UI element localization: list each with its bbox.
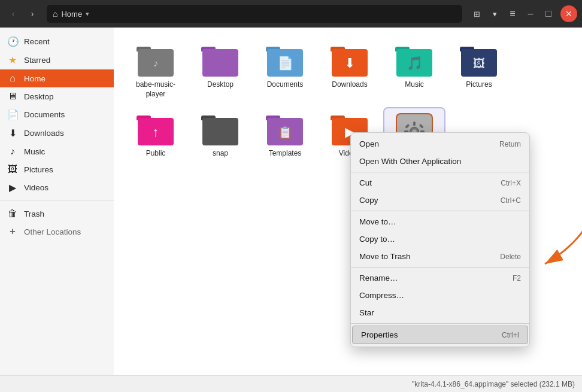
svg-rect-6 [405,124,410,129]
sidebar-label-documents: Documents [24,110,65,119]
file-item-snap[interactable]: snap [190,108,250,176]
context-menu-copy-to[interactable]: Copy to… [351,230,529,248]
folder-icon-babe: ♪ [137,44,175,77]
folder-icon-pictures: 🖼 [460,44,498,77]
videos-icon: ▶ [7,182,18,193]
context-menu-compress-label: Compress… [359,291,404,300]
context-menu-rename[interactable]: Rename… F2 [351,269,529,287]
sidebar-label-other-locations: Other Locations [24,227,81,236]
file-content-area: ♪ babe-music-player Desktop 📄 Do [114,28,582,375]
back-button[interactable]: ‹ [5,5,22,22]
context-menu: Open Return Open With Other Application … [350,132,530,347]
context-menu-compress[interactable]: Compress… [351,287,529,304]
file-item-desktop[interactable]: Desktop [190,39,250,104]
context-menu-open-label: Open [359,139,379,148]
sidebar-item-starred[interactable]: ★ Starred [0,51,114,69]
sidebar-item-downloads[interactable]: ⬇ Downloads [0,124,114,142]
folder-icon-music: 🎵 [395,44,434,77]
context-menu-sep4 [351,323,529,324]
context-menu-copy[interactable]: Copy Ctrl+C [351,192,529,209]
sidebar-item-recent[interactable]: 🕐 Recent [0,32,114,51]
sidebar-item-pictures[interactable]: 🖼 Pictures [0,160,114,178]
recent-icon: 🕐 [7,36,18,47]
starred-icon: ★ [7,54,18,66]
sidebar-item-videos[interactable]: ▶ Videos [0,178,114,197]
menu-button[interactable]: ≡ [504,5,521,22]
context-menu-move-to-trash-label: Move to Trash [359,252,411,261]
file-item-music[interactable]: 🎵 Music [384,39,444,104]
file-label-desktop: Desktop [207,80,234,90]
sidebar-item-desktop[interactable]: 🖥 Desktop [0,87,114,105]
file-label-pictures: Pictures [466,80,492,90]
music-icon: ♪ [7,146,18,157]
file-item-pictures[interactable]: 🖼 Pictures [449,39,509,104]
sidebar-label-recent: Recent [24,37,50,46]
sidebar-label-trash: Trash [24,209,44,218]
sidebar-label-pictures: Pictures [24,165,53,174]
desktop-icon: 🖥 [7,91,18,102]
context-menu-open[interactable]: Open Return [351,135,529,153]
context-menu-cut[interactable]: Cut Ctrl+X [351,174,529,192]
file-label-templates: Templates [269,149,302,159]
context-menu-rename-shortcut: F2 [513,274,521,282]
file-item-babe-music-player[interactable]: ♪ babe-music-player [126,39,186,104]
sidebar-label-starred: Starred [24,56,50,65]
sort-button[interactable]: ▾ [486,5,503,22]
file-label-downloads: Downloads [332,80,367,90]
close-button[interactable]: ✕ [560,5,577,22]
maximize-button[interactable]: □ [540,5,557,22]
context-menu-copy-to-label: Copy to… [359,235,395,244]
file-label-public: Public [146,149,166,159]
file-item-downloads[interactable]: ⬇ Downloads [320,39,380,104]
context-menu-move-to-trash[interactable]: Move to Trash Delete [351,248,529,265]
sidebar-item-documents[interactable]: 📄 Documents [0,105,114,124]
folder-icon-downloads: ⬇ [331,44,369,77]
svg-rect-2 [413,121,416,126]
context-menu-star[interactable]: Star [351,304,529,321]
context-menu-properties-shortcut: Ctrl+I [502,331,519,339]
sidebar-item-other-locations[interactable]: + Other Locations [0,223,114,241]
sidebar-separator [0,200,114,201]
sidebar-item-trash[interactable]: 🗑 Trash [0,205,114,223]
forward-button[interactable]: › [24,5,41,22]
sidebar-label-home: Home [24,74,46,83]
statusbar-text: "krita-4.4.1-x86_64.appimage" selected (… [412,380,575,388]
folder-icon-snap [201,113,240,145]
pictures-icon: 🖼 [7,164,18,175]
context-menu-open-shortcut: Return [499,140,521,148]
sidebar-label-downloads: Downloads [24,129,64,138]
file-label-babe: babe-music-player [128,80,183,99]
context-menu-move-to-label: Move to… [359,217,396,226]
context-menu-copy-shortcut: Ctrl+C [501,196,521,205]
chevron-down-icon: ▾ [86,10,89,18]
folder-icon-documents: 📄 [266,44,304,77]
location-text: Home [61,10,82,19]
minimize-button[interactable]: – [522,5,539,22]
location-bar[interactable]: ⌂ Home ▾ [47,5,462,23]
sidebar-item-music[interactable]: ♪ Music [0,142,114,160]
context-menu-properties-label: Properties [361,330,398,339]
trash-icon: 🗑 [7,208,18,219]
context-menu-move-to[interactable]: Move to… [351,213,529,230]
sidebar-item-home[interactable]: ⌂ Home [0,69,114,87]
context-menu-star-label: Star [359,308,374,317]
documents-icon: 📄 [7,109,18,120]
context-menu-properties[interactable]: Properties Ctrl+I [352,326,528,344]
home-icon: ⌂ [7,73,18,84]
context-menu-open-with-label: Open With Other Application [359,157,461,166]
view-toggle-button[interactable]: ⊞ [468,5,485,22]
add-icon: + [7,226,18,237]
titlebar: ‹ › ⌂ Home ▾ ⊞ ▾ ≡ – □ ✕ [0,0,582,28]
file-item-public[interactable]: ↑ Public [126,108,186,176]
sidebar-label-videos: Videos [24,183,48,192]
file-label-documents: Documents [267,80,304,90]
downloads-icon: ⬇ [7,127,18,139]
context-menu-cut-shortcut: Ctrl+X [501,179,521,187]
sidebar: 🕐 Recent ★ Starred ⌂ Home 🖥 Desktop 📄 Do… [0,28,114,375]
file-item-documents[interactable]: 📄 Documents [255,39,315,104]
titlebar-actions: ⊞ ▾ ≡ – □ ✕ [468,5,577,22]
context-menu-open-with[interactable]: Open With Other Application [351,153,529,170]
statusbar: "krita-4.4.1-x86_64.appimage" selected (… [0,375,582,392]
file-item-templates[interactable]: 📋 Templates [255,108,315,176]
folder-icon-public: ↑ [137,113,175,145]
